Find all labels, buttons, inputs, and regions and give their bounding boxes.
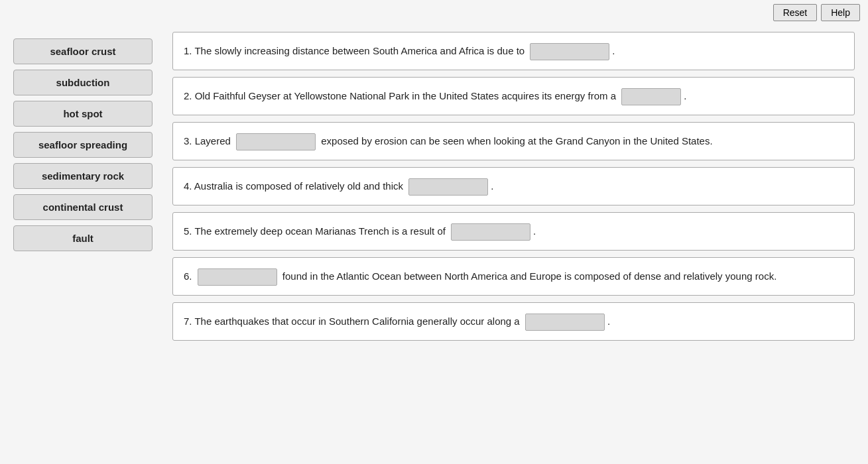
question-box-1: 2. Old Faithful Geyser at Yellowstone Na… xyxy=(172,77,855,115)
drop-zone[interactable] xyxy=(236,133,316,150)
drop-zone[interactable] xyxy=(530,43,609,60)
question-box-5: 6. found in the Atlantic Ocean between N… xyxy=(172,257,855,296)
drop-zone[interactable] xyxy=(525,314,605,331)
top-bar: Reset Help xyxy=(0,0,868,25)
drop-zone[interactable] xyxy=(408,178,488,196)
drop-zone[interactable] xyxy=(198,268,277,286)
drop-zone[interactable] xyxy=(621,88,681,105)
word-item-0[interactable]: seafloor crust xyxy=(13,38,153,64)
reset-button[interactable]: Reset xyxy=(773,4,818,21)
main-layout: seafloor crustsubductionhot spotseafloor… xyxy=(0,25,868,347)
question-box-3: 4. Australia is composed of relatively o… xyxy=(172,167,855,205)
question-box-4: 5. The extremely deep ocean Marianas Tre… xyxy=(172,212,855,251)
word-item-2[interactable]: hot spot xyxy=(13,101,153,127)
word-item-1[interactable]: subduction xyxy=(13,70,153,95)
question-box-6: 7. The earthquakes that occur in Souther… xyxy=(172,302,855,341)
drop-zone[interactable] xyxy=(451,223,530,241)
word-bank: seafloor crustsubductionhot spotseafloor… xyxy=(13,38,153,341)
question-box-2: 3. Layered exposed by erosion can be see… xyxy=(172,122,855,160)
word-item-5[interactable]: continental crust xyxy=(13,194,153,220)
question-box-0: 1. The slowly increasing distance betwee… xyxy=(172,32,855,70)
help-button[interactable]: Help xyxy=(821,4,860,21)
word-item-6[interactable]: fault xyxy=(13,225,153,251)
questions-panel: 1. The slowly increasing distance betwee… xyxy=(172,32,855,341)
word-item-3[interactable]: seafloor spreading xyxy=(13,132,153,158)
word-item-4[interactable]: sedimentary rock xyxy=(13,163,153,189)
